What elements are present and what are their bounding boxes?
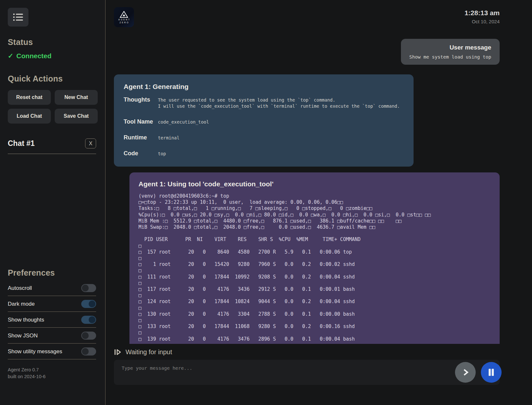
agent-field-value: terminal	[158, 134, 179, 141]
terminal-line: (venv) root@d200419603c6:~# top	[139, 193, 491, 199]
preference-row: Show JSON	[8, 328, 96, 344]
app-version-line2: built on 2024-10-6	[8, 373, 96, 380]
preference-label: Show thoughts	[8, 317, 44, 323]
main-area: AGENT ZERO 1:28:13 am Oct 10, 2024 User …	[105, 0, 532, 405]
quick-actions-grid: Reset chat New Chat Load Chat Save Chat	[8, 90, 96, 124]
preferences-section: Preferences Autoscroll Dark mode Show th…	[8, 268, 96, 380]
connection-status: ✓ Connected	[8, 52, 96, 60]
menu-toggle-button[interactable]	[8, 8, 28, 27]
agent-field-row: Runtime terminal	[124, 134, 404, 141]
agent-field-label: Runtime	[124, 134, 158, 141]
toggle-knob	[89, 301, 95, 307]
user-message: User message Show me system load using t…	[401, 39, 500, 65]
terminal-line: Tasks:□ 8 □total,□ 1 □running,□ 7 □sleep…	[139, 205, 491, 212]
terminal-line: □	[139, 280, 491, 286]
composer-status-text: Waiting for input	[126, 348, 172, 356]
agent-generating-title: Agent 1: Generating	[124, 83, 404, 91]
terminal-line: □	[139, 305, 491, 311]
preference-label: Dark mode	[8, 301, 35, 307]
send-button[interactable]	[455, 362, 476, 383]
preference-label: Autoscroll	[8, 285, 32, 291]
chat-history: AGENT ZERO 1:28:13 am Oct 10, 2024 User …	[105, 0, 532, 344]
topbar: AGENT ZERO 1:28:13 am Oct 10, 2024	[114, 7, 500, 27]
toggle-knob	[89, 316, 95, 323]
tool-output-panel: Agent 1: Using tool 'code_execution_tool…	[129, 172, 500, 344]
preference-row: Show utility messages	[8, 344, 96, 359]
quick-action-button[interactable]: Save Chat	[55, 109, 98, 124]
agent-field-row: Tool Name code_execution_tool	[124, 118, 404, 125]
send-chevron-icon	[460, 367, 470, 377]
agent-field-value: code_execution_tool	[158, 118, 209, 125]
clock: 1:28:13 am Oct 10, 2024	[464, 9, 500, 24]
sidebar: Status ✓ Connected Quick Actions Reset c…	[0, 0, 105, 405]
waiting-prompt-icon	[114, 348, 121, 356]
app-version-line1: Agent Zero 0.7	[8, 367, 96, 373]
agent-field-label: Tool Name	[124, 118, 158, 125]
agent-field-value: The user requested to see the system loa…	[158, 96, 400, 109]
preferences-heading: Preferences	[8, 268, 96, 278]
preference-row: Dark mode	[8, 297, 96, 312]
user-message-heading: User message	[409, 44, 491, 51]
chat-tab-row: Chat #1 X	[8, 138, 96, 154]
toggle-knob	[82, 285, 89, 291]
terminal-line: □ 111 root 20 0 17844 10992 9208 S 0.0 0…	[139, 274, 491, 280]
agent-field-row: Thoughts The user requested to see the s…	[124, 96, 404, 109]
message-input-wrap	[114, 360, 500, 386]
preference-row: Autoscroll	[8, 281, 96, 296]
preference-label: Show JSON	[8, 333, 38, 339]
agent-generating-panel: Agent 1: Generating Thoughts The user re…	[114, 74, 414, 167]
status-heading: Status	[8, 38, 96, 47]
message-input[interactable]	[114, 360, 500, 385]
terminal-line: □ 157 root 20 0 8640 4580 2700 R 5.9 0.1…	[139, 249, 491, 255]
terminal-line: □ 133 root 20 0 17844 11068 9280 S 0.0 0…	[139, 323, 491, 330]
terminal-line: □	[139, 292, 491, 299]
terminal-line: □	[139, 243, 491, 249]
preference-toggle[interactable]	[81, 284, 96, 292]
preference-toggle[interactable]	[81, 347, 96, 356]
chat-tab-title: Chat #1	[8, 139, 35, 148]
quick-action-button[interactable]: New Chat	[55, 90, 98, 105]
list-menu-icon	[13, 13, 23, 22]
terminal-line: MiB Mem :□ 5512.9 □total,□ 4480.0 □free,…	[139, 218, 491, 224]
preference-toggle[interactable]	[81, 316, 96, 324]
preference-row: Show thoughts	[8, 312, 96, 328]
quick-actions-heading: Quick Actions	[8, 74, 96, 83]
toggle-knob	[82, 332, 89, 339]
quick-action-button[interactable]: Load Chat	[8, 109, 51, 124]
agent-generating-rows: Thoughts The user requested to see the s…	[124, 96, 404, 157]
chat-close-button[interactable]: X	[85, 138, 96, 148]
preference-rows: Autoscroll Dark mode Show thoughts Show …	[8, 281, 96, 359]
agent-field-label: Code	[124, 150, 158, 157]
terminal-line: □	[139, 255, 491, 261]
composer: Waiting for input	[105, 344, 532, 405]
terminal-line: □=□top - 23:22:33 up 10:11, 0 user, load…	[139, 199, 491, 205]
logo-text-line1: AGENT	[117, 18, 130, 21]
terminal-line: □	[139, 330, 491, 336]
terminal-line: □ 130 root 20 0 4176 3304 2788 S 0.0 0.1…	[139, 311, 491, 317]
agent-zero-logo: AGENT ZERO	[114, 7, 134, 27]
logo-triangle-icon	[120, 11, 128, 18]
preference-label: Show utility messages	[8, 348, 62, 355]
tool-output-title: Agent 1: Using tool 'code_execution_tool…	[139, 180, 491, 188]
terminal-line: □ 124 root 20 0 17844 10824 9044 S 0.0 0…	[139, 299, 491, 305]
pause-icon	[487, 368, 495, 377]
terminal-line: %Cpu(s):□ 0.0 □us,□ 20.0 □sy,□ 0.0 □ni,□…	[139, 212, 491, 218]
terminal-line: MiB Swap:□ 2048.0 □total,□ 2048.0 □free,…	[139, 224, 491, 230]
clock-time: 1:28:13 am	[464, 9, 500, 17]
terminal-output: (venv) root@d200419603c6:~# top □=□top -…	[139, 193, 491, 344]
preference-toggle[interactable]	[81, 332, 96, 340]
quick-action-button[interactable]: Reset chat	[8, 90, 51, 105]
composer-status: Waiting for input	[114, 348, 500, 356]
terminal-line: PID USER PR NI VIRT RES SHR S %CPU %MEM …	[139, 236, 491, 243]
terminal-line: □ 117 root 20 0 4176 3436 2912 S 0.0 0.1…	[139, 286, 491, 292]
agent-field-value: top	[158, 150, 166, 157]
check-icon: ✓	[8, 52, 14, 60]
terminal-line: □ 1 root 20 0 15420 9280 7960 S 0.0 0.2 …	[139, 261, 491, 268]
terminal-line: □	[139, 268, 491, 274]
agent-field-row: Code top	[124, 150, 404, 157]
preference-toggle[interactable]	[81, 300, 96, 308]
terminal-line: □ 139 root 20 0 4176 3476 2896 S 0.0 0.1…	[139, 336, 491, 342]
pause-button[interactable]	[481, 362, 502, 383]
agent-field-label: Thoughts	[124, 96, 158, 109]
toggle-knob	[82, 348, 89, 355]
